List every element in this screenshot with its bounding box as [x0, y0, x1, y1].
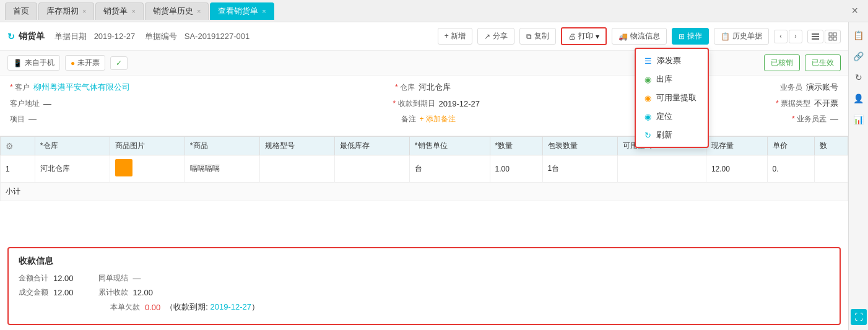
sidebar-doc-icon[interactable]: 📋: [851, 27, 867, 43]
ticket-type-value: 不开票: [814, 98, 838, 109]
bottom-panel: 收款信息 金额合计 12.00 同单现结 — 成交金额 12.00 累计收款: [7, 247, 841, 325]
tab-sales-history-label: 销货单历史: [153, 6, 193, 17]
share-button[interactable]: ↗ 分享: [477, 28, 514, 45]
print-icon: 🖨: [568, 32, 576, 41]
svg-rect-4: [833, 33, 836, 36]
tab-inventory-close[interactable]: ×: [82, 7, 86, 15]
project-label: 项目: [10, 114, 25, 124]
row-current: 12.00: [706, 155, 767, 183]
logistics-button[interactable]: 🚚 物流信息: [612, 28, 667, 45]
due-note: （收款到期: 2019-12-27）: [165, 302, 259, 313]
tab-sales[interactable]: 销货单 ×: [95, 2, 143, 20]
share-icon: ↗: [484, 32, 490, 41]
total-amount-value: 12.00: [53, 274, 74, 283]
dropdown-item-invoice[interactable]: ☰ 添发票: [636, 51, 708, 70]
address-label: 客户地址: [10, 98, 40, 109]
invoice-icon: ☰: [644, 56, 652, 66]
sold-status-button[interactable]: 已核销: [764, 54, 800, 71]
tab-sales-close[interactable]: ×: [131, 7, 135, 15]
sidebar-chart-icon[interactable]: 📊: [851, 111, 867, 128]
doc-title: ↻ 销货单: [7, 31, 45, 42]
table-container: ⚙ *仓库 商品图片 *商品 规格型号 最低库存 *销售单位 *数量 包装数量 …: [0, 136, 848, 242]
nav-arrows: ‹ ›: [774, 30, 802, 43]
row-pack-qty: 1台: [542, 155, 617, 183]
doc-date-value: 2019-12-27: [94, 32, 136, 41]
dropdown-item-refresh[interactable]: ↻ 刷新: [636, 126, 708, 144]
row-product: 嗝嗝嗝嗝: [184, 155, 259, 183]
check-icon: ✓: [116, 59, 122, 67]
from-phone-button[interactable]: 📱 来自手机: [7, 55, 60, 71]
tab-bar: 首页 库存期初 × 销货单 × 销货单历史 × 查看销货单 × ×: [0, 0, 868, 22]
sidebar-refresh-icon[interactable]: ↻: [851, 69, 867, 85]
total-amount-label: 金额合计: [19, 273, 48, 284]
customer-label: 客户: [10, 82, 30, 93]
tab-sales-label: 销货单: [103, 6, 128, 17]
add-button[interactable]: + 新增: [438, 28, 472, 45]
prev-button[interactable]: ‹: [774, 30, 788, 43]
customer-value[interactable]: 柳州粤港平安气体有限公司: [33, 82, 130, 93]
bottom-panel-title: 收款信息: [19, 256, 830, 267]
row-spec: [259, 155, 334, 183]
tab-home-label: 首页: [13, 6, 29, 17]
print-button[interactable]: 🖨 打印 ▾: [561, 27, 607, 45]
tab-inventory[interactable]: 库存期初 ×: [38, 2, 94, 20]
due-amount-label: 本单欠款: [110, 302, 140, 313]
operation-button[interactable]: ⊞ 操作: [672, 28, 709, 45]
operation-dropdown-container: ⊞ 操作 ☰ 添发票 ◉ 出库 ◉: [672, 28, 709, 45]
deal-amount-item: 成交金额 12.00: [19, 287, 74, 298]
history-button[interactable]: 📋 历史单据: [714, 28, 769, 45]
form-row-3: 项目 — 备注 + 添加备注 业务员盂 —: [10, 114, 838, 124]
employee-label: 业务员: [780, 82, 802, 93]
same-order-label: 同单现结: [98, 273, 128, 284]
sidebar-user-icon[interactable]: 👤: [851, 90, 867, 106]
tab-view-sales-close[interactable]: ×: [262, 7, 266, 15]
add-note-button[interactable]: + 添加备注: [420, 114, 456, 124]
customer-field: 客户 柳州粤港平安气体有限公司: [10, 82, 380, 93]
form-row-1: 客户 柳州粤港平安气体有限公司 仓库 河北仓库 业务员 演示账号: [10, 82, 838, 93]
list-view-button[interactable]: [807, 30, 823, 43]
deal-amount-value: 12.00: [53, 288, 74, 297]
tab-inventory-label: 库存期初: [46, 6, 79, 17]
tab-view-sales[interactable]: 查看销货单 ×: [210, 2, 274, 20]
doc-meta: 单据日期 2019-12-27 单据编号 SA-20191227-001: [54, 31, 250, 42]
payment-date-value: 2019-12-27: [439, 99, 480, 108]
ticket-type-field: 票据类型 不开票: [776, 98, 838, 109]
tab-bar-close-button[interactable]: ×: [846, 4, 863, 17]
subtotal-row: 小计: [1, 183, 848, 201]
copy-button[interactable]: ⧉ 复制: [519, 28, 556, 45]
doc-header: ↻ 销货单 单据日期 2019-12-27 单据编号 SA-20191227-0…: [0, 22, 848, 51]
project-field: 项目 —: [10, 114, 386, 124]
dropdown-item-locate[interactable]: ◉ 定位: [636, 107, 708, 126]
tab-sales-history[interactable]: 销货单历史 ×: [145, 2, 209, 20]
dropdown-item-available[interactable]: ◉ 可用量提取: [636, 89, 708, 107]
employee2-label: 业务员盂: [792, 114, 827, 124]
tab-home[interactable]: 首页: [5, 2, 37, 20]
sidebar-link-icon[interactable]: 🔗: [851, 48, 867, 64]
svg-rect-5: [829, 37, 832, 40]
not-open-ticket-button[interactable]: ● 未开票: [65, 55, 105, 71]
row-price: 0.: [767, 155, 814, 183]
refresh-icon: ↻: [644, 131, 651, 140]
tab-sales-history-close[interactable]: ×: [197, 7, 201, 15]
next-button[interactable]: ›: [789, 30, 802, 43]
effect-status-button[interactable]: 已生效: [805, 54, 841, 71]
project-value: —: [28, 115, 37, 124]
col-warehouse: *仓库: [35, 137, 110, 155]
bottom-row-3: 本单欠款 0.00 （收款到期: 2019-12-27）: [19, 302, 830, 313]
cumulative-label: 累计收款: [98, 287, 128, 298]
col-pack-qty: 包装数量: [542, 137, 617, 155]
row-warehouse: 河北仓库: [35, 155, 110, 183]
doc-number-label: 单据编号 SA-20191227-001: [145, 31, 250, 42]
outbound-icon: ◉: [644, 75, 651, 84]
grid-view-button[interactable]: [825, 30, 841, 43]
cumulative-value: 12.00: [133, 288, 154, 297]
sidebar-expand-icon[interactable]: ⛶: [851, 309, 867, 325]
address-value: —: [43, 99, 51, 108]
col-spec: 规格型号: [259, 137, 334, 155]
warehouse-value: 河北仓库: [419, 82, 451, 93]
check-button[interactable]: ✓: [110, 56, 128, 70]
ticket-type-label: 票据类型: [776, 98, 810, 109]
total-amount-item: 金额合计 12.00: [19, 273, 74, 284]
dropdown-item-outbound[interactable]: ◉ 出库: [636, 70, 708, 89]
col-settings[interactable]: ⚙: [1, 137, 35, 155]
